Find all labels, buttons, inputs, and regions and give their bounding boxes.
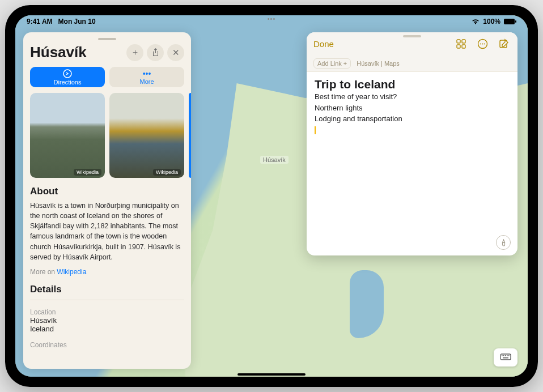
more-on-prefix: More on bbox=[30, 268, 57, 276]
more-button[interactable]: ••• More bbox=[109, 67, 184, 87]
maps-place-panel: Húsavík ＋ ✕ bbox=[23, 32, 191, 369]
svg-rect-17 bbox=[508, 355, 510, 356]
svg-rect-3 bbox=[457, 40, 460, 43]
multitask-dots-icon[interactable]: ••• bbox=[268, 15, 276, 22]
panel-grabber[interactable] bbox=[98, 38, 116, 40]
svg-rect-16 bbox=[507, 355, 508, 356]
more-label: More bbox=[139, 78, 154, 85]
notes-grabber[interactable] bbox=[403, 35, 421, 37]
directions-button[interactable]: Directions bbox=[30, 67, 105, 87]
photo-2[interactable]: Wikipedia bbox=[109, 93, 184, 178]
link-breadcrumb[interactable]: Húsavík | Maps bbox=[357, 60, 400, 67]
add-link-label: Add Link bbox=[317, 60, 342, 67]
status-time: 9:41 AM bbox=[27, 18, 53, 25]
home-indicator[interactable] bbox=[237, 373, 306, 376]
new-note-button[interactable] bbox=[497, 37, 511, 50]
keyboard-button[interactable] bbox=[494, 348, 517, 367]
wifi-icon bbox=[472, 19, 480, 24]
directions-label: Directions bbox=[54, 79, 82, 86]
note-title: Trip to Iceland bbox=[315, 78, 510, 91]
notes-toolbar: Done bbox=[307, 32, 517, 55]
more-on-link[interactable]: More on Wikipedia bbox=[30, 268, 184, 276]
location-value-2: Iceland bbox=[30, 325, 184, 333]
done-button[interactable]: Done bbox=[313, 39, 334, 49]
details-heading: Details bbox=[30, 284, 184, 295]
add-link-button[interactable]: Add Link + bbox=[313, 58, 351, 69]
text-cursor bbox=[315, 126, 316, 134]
about-text: Húsavík is a town in Norðurþing municipa… bbox=[30, 201, 184, 262]
svg-rect-12 bbox=[500, 354, 511, 360]
svg-point-9 bbox=[482, 43, 483, 44]
ellipsis-circle-icon bbox=[477, 39, 488, 49]
keyboard-icon bbox=[500, 353, 511, 361]
battery-icon bbox=[504, 19, 516, 24]
close-icon: ✕ bbox=[172, 48, 180, 58]
place-title: Húsavík bbox=[30, 44, 87, 61]
photo-attribution: Wikipedia bbox=[74, 169, 101, 176]
coordinates-label: Coordinates bbox=[30, 341, 184, 349]
grid-icon bbox=[456, 39, 466, 49]
svg-rect-15 bbox=[505, 355, 506, 356]
pencil-icon bbox=[500, 239, 507, 246]
location-value-1: Húsavík bbox=[30, 316, 184, 325]
notes-panel: Done bbox=[307, 32, 517, 255]
battery-percent: 100% bbox=[483, 18, 500, 25]
add-button[interactable]: ＋ bbox=[126, 44, 143, 61]
markup-button[interactable] bbox=[496, 235, 511, 250]
close-button[interactable]: ✕ bbox=[167, 44, 184, 61]
svg-rect-13 bbox=[502, 355, 503, 356]
svg-rect-5 bbox=[457, 45, 460, 48]
more-on-source: Wikipedia bbox=[57, 268, 86, 276]
svg-rect-6 bbox=[462, 45, 465, 48]
svg-point-8 bbox=[480, 43, 481, 44]
plus-icon: + bbox=[343, 60, 347, 67]
svg-rect-14 bbox=[503, 355, 504, 356]
about-heading: About bbox=[30, 186, 184, 197]
svg-point-10 bbox=[484, 43, 485, 44]
map-place-label[interactable]: Húsavík bbox=[260, 156, 289, 164]
compose-icon bbox=[499, 39, 509, 49]
photos-row[interactable]: Wikipedia Wikipedia bbox=[30, 93, 184, 178]
note-line: Northern lights bbox=[315, 103, 510, 114]
gallery-view-button[interactable] bbox=[454, 37, 468, 50]
svg-rect-4 bbox=[462, 40, 465, 43]
share-button[interactable] bbox=[147, 44, 164, 61]
more-options-button[interactable] bbox=[476, 37, 489, 50]
photo-attribution: Wikipedia bbox=[153, 169, 181, 176]
link-row: Add Link + Húsavík | Maps bbox=[307, 55, 517, 72]
note-body[interactable]: Trip to Iceland Best time of year to vis… bbox=[307, 72, 517, 255]
plus-icon: ＋ bbox=[131, 47, 139, 58]
photo-3[interactable] bbox=[189, 93, 191, 178]
svg-rect-0 bbox=[504, 19, 515, 24]
directions-icon bbox=[63, 69, 72, 78]
location-label: Location bbox=[30, 308, 184, 316]
svg-rect-1 bbox=[515, 20, 516, 23]
photo-1[interactable]: Wikipedia bbox=[30, 93, 105, 178]
share-icon bbox=[152, 48, 159, 57]
svg-rect-18 bbox=[503, 357, 508, 359]
ellipsis-icon: ••• bbox=[143, 70, 151, 78]
status-date: Mon Jun 10 bbox=[58, 18, 96, 25]
note-line: Best time of year to visit? bbox=[315, 91, 510, 103]
note-line: Lodging and transportation bbox=[315, 113, 510, 125]
